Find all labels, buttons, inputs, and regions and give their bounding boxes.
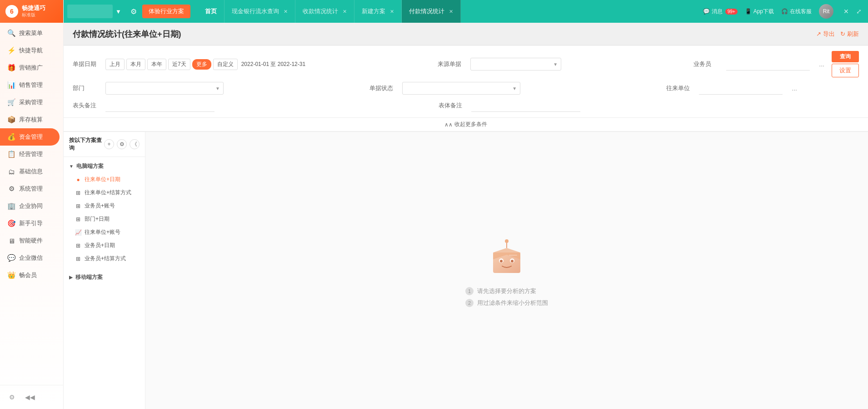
dept-date-icon: ⊞ (75, 216, 82, 223)
scheme-item-salesperson-settlement[interactable]: ⊞ 业务员+结算方式 (64, 252, 145, 265)
tip-text-2: 用过滤条件来缩小分析范围 (477, 299, 548, 307)
member-icon: 👑 (7, 271, 15, 279)
online-service-btn[interactable]: 🎧 在线客服 (781, 8, 812, 15)
sidebar-collapse-btn[interactable]: ◀◀ (23, 390, 37, 404)
sidebar-item-system[interactable]: ⚙ 系统管理 (0, 180, 63, 197)
message-btn[interactable]: 💬 消息 99+ (703, 8, 738, 15)
sidebar-item-marketing[interactable]: 🎁 营销推广 (0, 59, 63, 76)
app-download-label: App下载 (753, 8, 774, 15)
try-btn[interactable]: 体验行业方案 (142, 5, 190, 18)
sidebar-item-label: 搜索菜单 (19, 29, 43, 37)
tab-receipt-stats-close[interactable]: ✕ (343, 9, 347, 15)
partner-input[interactable] (699, 82, 783, 95)
sidebar-item-operations[interactable]: 📋 经营管理 (0, 146, 63, 163)
tab-payment-stats-close[interactable]: ✕ (449, 9, 453, 15)
tab-new-scheme-close[interactable]: ✕ (390, 9, 394, 15)
partner-settlement-icon: ⊞ (75, 189, 82, 197)
header-note-label: 表头备注 (73, 101, 98, 110)
sidebar-item-purchase[interactable]: 🛒 采购管理 (0, 94, 63, 111)
sidebar-settings-btn[interactable]: ⚙ (5, 390, 19, 404)
mobile-section-arrow: ▶ (69, 275, 73, 280)
tab-receipt-stats-label: 收款情况统计 (303, 7, 338, 15)
wechat-icon: 💬 (7, 254, 15, 262)
scheme-collapse-btn[interactable]: 《 (130, 139, 140, 149)
sidebar-item-sales[interactable]: 📊 销售管理 (0, 76, 63, 94)
scheme-item-salesperson-date[interactable]: ⊞ 业务员+日期 (64, 239, 145, 252)
marketing-icon: 🎁 (7, 64, 15, 72)
sidebar-item-finance[interactable]: 💰 资金管理 (0, 128, 60, 146)
salesperson-input[interactable] (726, 58, 810, 71)
scheme-section-pc: ▼ 电脑端方案 ● 往来单位+日期 ⊞ 往来单位+结算方式 ⊞ 业务员+账号 ⊞ (64, 157, 145, 268)
this-month-btn[interactable]: 本月 (126, 59, 145, 70)
quick-nav-icon: ⚡ (7, 46, 15, 55)
scheme-panel-header: 按以下方案查询 + ⚙ 《 (64, 132, 145, 157)
scheme-item-label: 业务员+日期 (85, 242, 115, 249)
scheme-item-salesperson-account[interactable]: ⊞ 业务员+账号 (64, 199, 145, 212)
scheme-item-label: 往来单位+结算方式 (85, 189, 131, 197)
query-btn-main[interactable]: 查询 (832, 51, 859, 62)
scheme-section-pc-header[interactable]: ▼ 电脑端方案 (64, 160, 145, 173)
filter-section: 单据日期 上月 本月 本年 近7天 更多 自定义 2022-01-01 至 20… (64, 45, 868, 132)
sidebar-item-quick-nav[interactable]: ⚡ 快捷导航 (0, 42, 63, 59)
sidebar-item-basic[interactable]: 🗂 基础信息 (0, 163, 63, 180)
sidebar-item-wechat[interactable]: 💬 企业微信 (0, 249, 63, 267)
logo-name: 畅捷通巧 (22, 5, 45, 12)
partner-date-icon: ● (75, 176, 82, 183)
last-month-btn[interactable]: 上月 (105, 59, 125, 70)
window-maximize-btn[interactable]: ⤢ (853, 6, 864, 17)
user-area[interactable]: Rit (819, 4, 833, 19)
sidebar-item-label: 经营管理 (19, 150, 43, 158)
sidebar-item-label: 销售管理 (19, 81, 43, 89)
collapse-btn[interactable]: ∧∧ 收起更多条件 (64, 118, 868, 131)
refresh-icon: ↻ (840, 30, 845, 37)
this-year-btn[interactable]: 本年 (147, 59, 166, 70)
collapse-up-icon: ∧∧ (444, 121, 453, 128)
body-note-input[interactable] (471, 99, 580, 112)
doc-status-label: 单据状态 (369, 84, 395, 92)
tab-home[interactable]: 首页 (198, 0, 224, 23)
scheme-section-mobile-header[interactable]: ▶ 移动端方案 (64, 271, 145, 284)
dept-select[interactable] (105, 82, 224, 95)
sidebar-item-search-menu[interactable]: 🔍 搜索菜单 (0, 25, 63, 42)
more-btn[interactable]: 更多 (192, 59, 211, 70)
scheme-item-partner-date[interactable]: ● 往来单位+日期 (64, 173, 145, 186)
sidebar-item-member[interactable]: 👑 畅会员 (0, 267, 63, 284)
pc-section-label: 电脑端方案 (76, 162, 104, 170)
dropdown-icon[interactable]: ▼ (115, 8, 121, 15)
sub-header-actions: ↗ 导出 ↻ 刷新 (816, 30, 859, 38)
scheme-item-dept-date[interactable]: ⊞ 部门+日期 (64, 212, 145, 226)
partner-dots[interactable]: ... (792, 85, 797, 92)
workspace-selector[interactable] (67, 5, 113, 18)
service-icon: 🎧 (781, 8, 788, 15)
custom-btn[interactable]: 自定义 (213, 59, 238, 70)
doc-status-select[interactable] (402, 82, 520, 95)
finance-icon: 💰 (7, 133, 15, 141)
refresh-btn[interactable]: ↻ 刷新 (840, 30, 859, 38)
app-download-btn[interactable]: 📱 App下载 (745, 8, 774, 15)
sidebar-item-label: 库存核算 (19, 116, 43, 124)
gear-icon[interactable]: ⚙ (125, 7, 142, 16)
scheme-item-partner-settlement[interactable]: ⊞ 往来单位+结算方式 (64, 186, 145, 199)
source-doc-select[interactable] (470, 58, 561, 71)
export-btn[interactable]: ↗ 导出 (816, 30, 835, 38)
tab-new-scheme[interactable]: 新建方案 ✕ (354, 0, 402, 23)
sidebar-item-enterprise[interactable]: 🏢 企业协同 (0, 197, 63, 215)
tab-bank-flow[interactable]: 现金银行流水查询 ✕ (224, 0, 295, 23)
tab-receipt-stats[interactable]: 收款情况统计 ✕ (295, 0, 354, 23)
sidebar-item-guide[interactable]: 🎯 新手引导 (0, 215, 63, 232)
salesperson-dots[interactable]: ... (819, 61, 824, 68)
date-label: 单据日期 (73, 60, 98, 68)
last-7-btn[interactable]: 近7天 (168, 59, 190, 70)
settings-btn[interactable]: 设置 (832, 64, 859, 77)
window-close-btn[interactable]: ✕ (841, 6, 852, 17)
scheme-settings-btn[interactable]: ⚙ (117, 139, 127, 149)
sidebar-item-inventory[interactable]: 📦 库存核算 (0, 111, 63, 128)
topbar: ▼ ⚙ 体验行业方案 首页 现金银行流水查询 ✕ 收款情况统计 ✕ 新建方案 ✕… (64, 0, 868, 23)
scheme-add-btn[interactable]: + (104, 139, 114, 149)
tab-payment-stats[interactable]: 付款情况统计 ✕ (402, 0, 461, 23)
download-icon: 📱 (745, 8, 752, 15)
header-note-input[interactable] (105, 99, 215, 112)
scheme-item-partner-account[interactable]: 📈 往来单位+账号 (64, 226, 145, 239)
tab-bank-flow-close[interactable]: ✕ (284, 9, 288, 15)
sidebar-item-hardware[interactable]: 🖥 智能硬件 (0, 232, 63, 249)
